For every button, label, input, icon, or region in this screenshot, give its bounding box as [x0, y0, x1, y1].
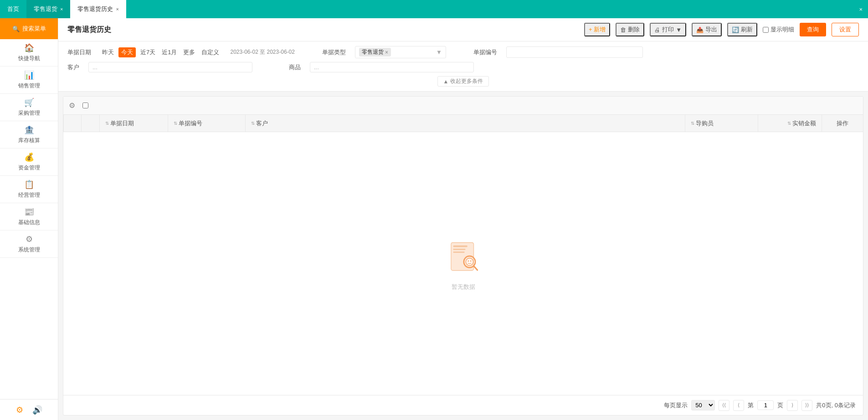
sidebar-item-system-label: 系统管理	[18, 246, 40, 254]
num-label: 单据编号	[473, 48, 497, 56]
page-input[interactable]	[757, 400, 774, 410]
type-tag-remove[interactable]: ×	[385, 49, 388, 56]
pagination: 每页显示 50 100 200 ⟨⟨ ⟨ 第 页 ⟩ ⟩⟩ 共0页, 0条记录	[63, 395, 863, 415]
window-close[interactable]: ×	[859, 6, 863, 13]
tab-retail-return-close[interactable]: ×	[60, 6, 63, 12]
sort-amount-icon[interactable]: ⇅	[787, 121, 791, 126]
delete-button[interactable]: 🗑 删除	[616, 23, 644, 36]
table-toolbar: ⚙	[63, 97, 863, 115]
sidebar-item-quicknav[interactable]: 🏠 快捷导航	[0, 39, 58, 67]
total-text: 共0页, 0条记录	[816, 401, 856, 410]
settings-button[interactable]: 设置	[832, 23, 859, 36]
page-unit: 页	[777, 401, 783, 410]
display-detail-input[interactable]	[763, 27, 769, 33]
sidebar-item-finance[interactable]: 💰 资金管理	[0, 149, 58, 176]
toolbar-settings-icon[interactable]: ⚙	[69, 101, 75, 110]
export-button[interactable]: 📤 导出	[692, 23, 722, 36]
page-label: 第	[748, 401, 754, 410]
filter-area: 单据日期 昨天 今天 近7天 近1月 更多 自定义 2023-06-02 至 2…	[58, 41, 868, 92]
date-opt-more[interactable]: 更多	[181, 47, 197, 57]
th-settings	[63, 115, 82, 132]
search-menu-label: 搜索菜单	[22, 25, 46, 33]
sales-icon: 📊	[24, 70, 34, 80]
sidebar-bottom: ⚙ 🔊	[0, 399, 58, 420]
sidebar-item-basic-info[interactable]: 📰 基础信息	[0, 203, 58, 230]
tab-retail-return-history-close[interactable]: ×	[116, 6, 118, 12]
filter-row-2: 客户 ... 商品 ...	[67, 62, 859, 72]
tab-list: 首页 零售退货 × 零售退货历史 ×	[0, 0, 126, 18]
tab-retail-return-history[interactable]: 零售退货历史 ×	[70, 0, 126, 18]
search-menu-btn[interactable]: 🔍 搜索菜单	[0, 18, 58, 39]
last-page-btn[interactable]: ⟩⟩	[801, 400, 812, 411]
filter-row-1: 单据日期 昨天 今天 近7天 近1月 更多 自定义 2023-06-02 至 2…	[67, 46, 859, 58]
date-opt-yesterday[interactable]: 昨天	[100, 47, 116, 57]
svg-point-7	[467, 260, 469, 261]
volume-icon[interactable]: 🔊	[32, 405, 42, 415]
empty-illustration	[443, 236, 484, 277]
type-tag: 零售退货 ×	[359, 48, 391, 56]
sidebar-item-sales[interactable]: 📊 销售管理	[0, 67, 58, 94]
sidebar-item-operations[interactable]: 📋 经营管理	[0, 176, 58, 203]
basic-info-icon: 📰	[24, 207, 34, 217]
customer-select[interactable]: ...	[88, 62, 252, 72]
print-button[interactable]: 🖨 打印 ▼	[650, 23, 686, 36]
settings-icon[interactable]: ⚙	[16, 405, 23, 415]
page-header: 零售退货历史 + 新增 🗑 删除 🖨 打印 ▼ 📤 导出 🔄	[58, 18, 868, 41]
quicknav-icon: 🏠	[24, 43, 34, 53]
svg-rect-3	[453, 251, 464, 253]
date-opt-custom[interactable]: 自定义	[200, 47, 221, 57]
date-opt-7days[interactable]: 近7天	[139, 47, 157, 57]
sidebar-item-system[interactable]: ⚙ 系统管理	[0, 230, 58, 258]
tab-retail-return[interactable]: 零售退货 ×	[26, 0, 70, 18]
operations-icon: 📋	[24, 179, 34, 190]
page-title: 零售退货历史	[67, 25, 111, 35]
svg-point-5	[466, 258, 473, 265]
add-button[interactable]: + 新增	[584, 23, 610, 36]
date-range: 2023-06-02 至 2023-06-02	[230, 48, 294, 56]
empty-text: 暂无数据	[452, 283, 475, 291]
sidebar-nav: 🏠 快捷导航 📊 销售管理 🛒 采购管理 🏦 库存核算 💰 资金管理 📋	[0, 39, 58, 399]
svg-rect-1	[453, 245, 467, 247]
tab-home[interactable]: 首页	[0, 0, 26, 18]
system-icon: ⚙	[26, 234, 33, 244]
empty-state: 暂无数据	[63, 132, 863, 395]
sidebar-item-purchase[interactable]: 🛒 采购管理	[0, 94, 58, 121]
sort-customer-icon[interactable]: ⇅	[251, 121, 255, 126]
refresh-button[interactable]: 🔄 刷新	[727, 23, 757, 36]
type-selector[interactable]: 零售退货 × ▼	[355, 46, 446, 58]
per-page-select[interactable]: 50 100 200	[691, 400, 715, 410]
date-opt-1month[interactable]: 近1月	[160, 47, 179, 57]
sort-date-icon[interactable]: ⇅	[105, 121, 109, 126]
collapse-button[interactable]: ▲ 收起更多条件	[437, 76, 489, 87]
query-button[interactable]: 查询	[800, 23, 826, 36]
print-dropdown-icon: ▼	[676, 26, 682, 33]
sidebar-item-basic-info-label: 基础信息	[18, 219, 40, 226]
display-detail-checkbox[interactable]: 显示明细	[763, 26, 794, 34]
first-page-btn[interactable]: ⟨⟨	[719, 400, 729, 411]
th-date: ⇅ 单据日期	[100, 115, 168, 132]
sidebar-item-purchase-label: 采购管理	[18, 109, 40, 117]
prev-page-btn[interactable]: ⟨	[733, 400, 744, 411]
sidebar-item-sales-label: 销售管理	[18, 82, 40, 90]
sort-num-icon[interactable]: ⇅	[174, 121, 177, 126]
content-area: 零售退货历史 + 新增 🗑 删除 🖨 打印 ▼ 📤 导出 🔄	[58, 18, 868, 420]
svg-line-6	[473, 266, 477, 270]
collapse-row: ▲ 收起更多条件	[67, 76, 859, 87]
sidebar-item-inventory[interactable]: 🏦 库存核算	[0, 121, 58, 149]
th-op: 操作	[822, 115, 863, 132]
export-icon: 📤	[696, 26, 704, 33]
sidebar-item-quicknav-label: 快捷导航	[18, 55, 40, 62]
tab-retail-return-label: 零售退货	[34, 5, 57, 13]
next-page-btn[interactable]: ⟩	[787, 400, 798, 411]
sidebar-item-inventory-label: 库存核算	[18, 137, 40, 144]
date-opt-today[interactable]: 今天	[118, 47, 136, 57]
select-all-checkbox[interactable]	[82, 102, 88, 108]
sort-guide-icon[interactable]: ⇅	[691, 121, 694, 126]
th-num: ⇅ 单据编号	[168, 115, 246, 132]
num-input[interactable]	[506, 46, 643, 58]
purchase-icon: 🛒	[24, 97, 34, 108]
delete-icon: 🗑	[620, 26, 626, 33]
tab-home-label: 首页	[7, 5, 19, 13]
goods-select[interactable]: ...	[310, 62, 474, 72]
sidebar-item-operations-label: 经营管理	[18, 191, 40, 199]
